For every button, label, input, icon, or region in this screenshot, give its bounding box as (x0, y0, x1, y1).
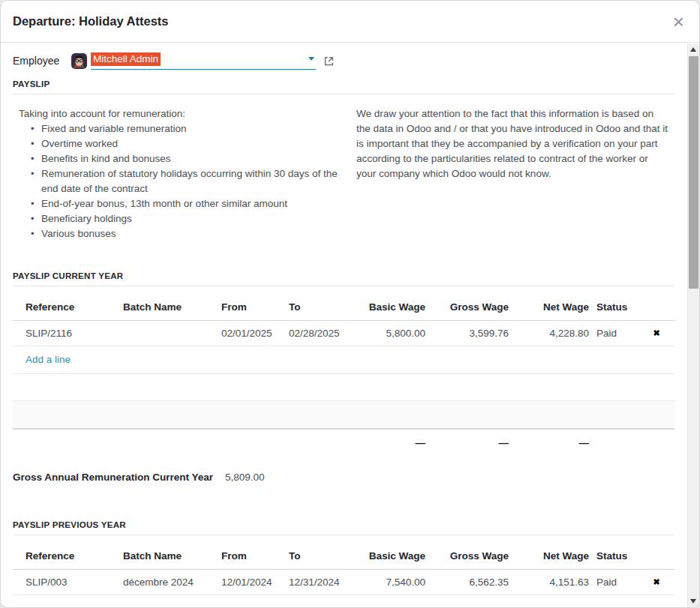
scrollbar-thumb[interactable] (689, 56, 698, 289)
remuneration-list: Taking into account for remuneration: Fi… (19, 106, 343, 241)
col-header-gross-wage[interactable]: Gross Wage (437, 535, 521, 570)
table-header-row: Reference Batch Name From To Basic Wage … (13, 535, 674, 570)
col-header-from[interactable]: From (209, 286, 276, 321)
employee-input[interactable]: Mitchell Admin (91, 52, 316, 70)
add-a-line-link[interactable]: Add a line (13, 346, 674, 374)
col-header-basic-wage[interactable]: Basic Wage (342, 286, 437, 321)
scroll-down-arrow-icon[interactable] (690, 599, 696, 604)
dialog-title: Departure: Holiday Attests (13, 14, 169, 28)
bullet-item: Beneficiary holdings (31, 211, 343, 226)
delete-row-icon[interactable]: ✖ (638, 321, 674, 346)
col-header-batch-name[interactable]: Batch Name (110, 286, 209, 321)
employee-field-row: Employee Mitchell Admin (13, 49, 674, 72)
empty-gray-row (13, 401, 674, 430)
cell-from[interactable]: 12/01/2024 (209, 570, 276, 595)
cell-status[interactable]: Paid (595, 321, 638, 346)
col-header-batch-name[interactable]: Batch Name (110, 535, 209, 570)
previous-year-table: Reference Batch Name From To Basic Wage … (13, 535, 674, 595)
current-year-table: Reference Batch Name From To Basic Wage … (13, 286, 674, 455)
remuneration-bullets: Fixed and variable remuneration Overtime… (19, 121, 343, 241)
employee-label: Employee (13, 55, 71, 67)
bullet-item: Overtime worked (31, 136, 343, 151)
col-header-status[interactable]: Status (595, 286, 638, 321)
cell-gross-wage[interactable]: 6,562.35 (437, 570, 521, 595)
column-sums-row: — — — (13, 429, 674, 455)
bullet-item: Various bonuses (31, 226, 343, 241)
col-header-status[interactable]: Status (595, 535, 638, 570)
cell-reference[interactable]: SLIP/2116 (13, 321, 110, 346)
gross-annual-remuneration-label: Gross Annual Remuneration Current Year (13, 472, 213, 483)
cell-batch-name[interactable] (110, 321, 209, 346)
cell-status[interactable]: Paid (595, 570, 638, 595)
payslip-info: Taking into account for remuneration: Fi… (13, 106, 674, 241)
col-header-reference[interactable]: Reference (13, 286, 110, 321)
cell-batch-name[interactable]: décembre 2024 (110, 570, 209, 595)
empty-row (13, 374, 674, 401)
dialog-header: Departure: Holiday Attests × (1, 1, 699, 43)
col-header-actions (638, 286, 674, 321)
col-header-gross-wage[interactable]: Gross Wage (437, 286, 521, 321)
section-payslip: PAYSLIP (13, 79, 674, 94)
col-header-from[interactable]: From (209, 535, 276, 570)
col-header-net-wage[interactable]: Net Wage (521, 535, 595, 570)
chevron-down-icon[interactable] (308, 57, 314, 61)
bullet-item: Remuneration of statutory holidays occur… (31, 166, 343, 196)
net-wage-sum: — (521, 429, 595, 455)
bullet-item: Benefits in kind and bonuses (31, 151, 343, 166)
col-header-actions (638, 535, 674, 570)
bullet-item: Fixed and variable remuneration (31, 121, 343, 136)
external-link-icon[interactable] (323, 55, 335, 67)
table-row[interactable]: SLIP/2116 02/01/2025 02/28/2025 5,800.00… (13, 321, 674, 346)
section-payslip-previous-year: PAYSLIP PREVIOUS YEAR (13, 520, 674, 535)
cell-to[interactable]: 12/31/2024 (276, 570, 342, 595)
scroll-up-arrow-icon[interactable] (690, 47, 696, 52)
dialog-body: Employee Mitchell Admin (1, 43, 688, 607)
cell-to[interactable]: 02/28/2025 (276, 321, 342, 346)
col-header-reference[interactable]: Reference (13, 535, 110, 570)
cell-from[interactable]: 02/01/2025 (209, 321, 276, 346)
table-header-row: Reference Batch Name From To Basic Wage … (13, 286, 674, 321)
attention-notice: We draw your attention to the fact that … (356, 106, 674, 241)
close-icon[interactable]: × (668, 12, 689, 31)
gross-annual-remuneration-value: 5,809.00 (225, 472, 265, 483)
add-a-line-row[interactable]: Add a line (13, 346, 674, 374)
cell-net-wage[interactable]: 4,228.80 (521, 321, 595, 346)
employee-value-selected[interactable]: Mitchell Admin (91, 52, 161, 66)
departure-holiday-attests-dialog: Departure: Holiday Attests × Employee Mi… (0, 0, 700, 608)
cell-net-wage[interactable]: 4,151.63 (521, 570, 595, 595)
bullet-item: End-of-year bonus, 13th month or other s… (31, 196, 343, 211)
employee-avatar (71, 53, 87, 69)
gross-wage-sum: — (437, 429, 521, 455)
vertical-scrollbar[interactable] (687, 43, 699, 607)
col-header-to[interactable]: To (276, 535, 342, 570)
col-header-to[interactable]: To (276, 286, 342, 321)
cell-basic-wage[interactable]: 5,800.00 (342, 321, 437, 346)
cell-reference[interactable]: SLIP/003 (13, 570, 110, 595)
col-header-basic-wage[interactable]: Basic Wage (342, 535, 437, 570)
section-payslip-current-year: PAYSLIP CURRENT YEAR (13, 271, 674, 286)
delete-row-icon[interactable]: ✖ (638, 570, 674, 595)
remuneration-intro: Taking into account for remuneration: (19, 106, 343, 121)
cell-gross-wage[interactable]: 3,599.76 (437, 321, 521, 346)
table-row[interactable]: SLIP/003 décembre 2024 12/01/2024 12/31/… (13, 570, 674, 595)
col-header-net-wage[interactable]: Net Wage (521, 286, 595, 321)
basic-wage-sum: — (342, 429, 437, 455)
cell-basic-wage[interactable]: 7,540.00 (342, 570, 437, 595)
gross-annual-remuneration-row: Gross Annual Remuneration Current Year 5… (13, 472, 674, 483)
